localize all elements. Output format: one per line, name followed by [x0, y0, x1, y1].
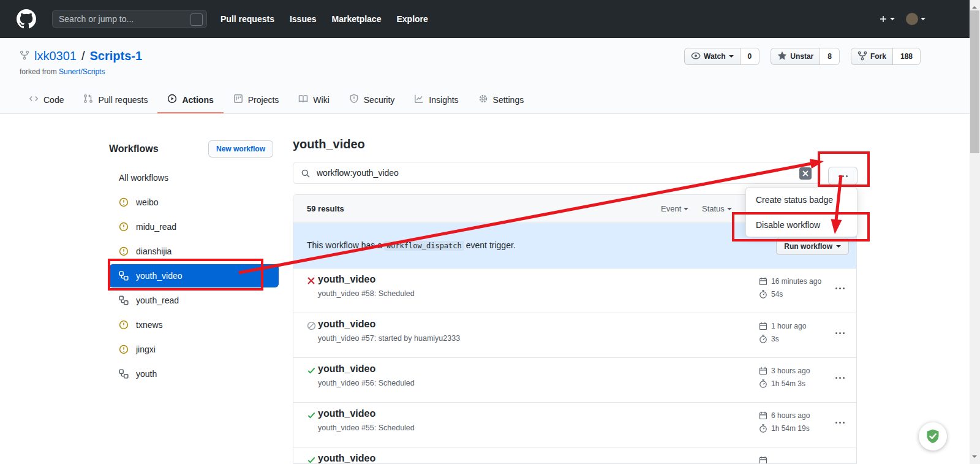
run-options-button[interactable] — [834, 330, 846, 337]
caret-down-icon — [890, 18, 895, 23]
status-filter-label: Status — [702, 204, 725, 213]
warning-icon — [119, 197, 129, 207]
workflow-options-button[interactable] — [828, 167, 858, 185]
kebab-icon — [843, 422, 845, 424]
workflow-icon — [119, 271, 129, 281]
results-count: 59 results — [307, 204, 344, 213]
tab-label: Code — [43, 95, 64, 105]
run-workflow-button[interactable]: Run workflow — [776, 238, 849, 255]
banner-text-before: This workflow has a — [307, 240, 382, 250]
tab-code[interactable]: Code — [19, 86, 74, 113]
kebab-icon — [839, 287, 841, 289]
star-count[interactable]: 8 — [820, 48, 840, 65]
unstar-button[interactable]: Unstar — [771, 48, 820, 65]
run-workflow-label: Run workflow — [784, 242, 832, 251]
run-title-link[interactable]: youth_video — [318, 408, 375, 419]
workflow-label: midu_read — [136, 222, 176, 232]
workflow-search-input[interactable] — [293, 162, 820, 183]
calendar-icon — [759, 411, 767, 420]
warning-icon — [119, 246, 129, 256]
failed-icon — [307, 276, 315, 287]
status-filter-dropdown[interactable]: Status — [702, 204, 732, 213]
watch-count[interactable]: 0 — [741, 48, 760, 65]
workflow-label: weibo — [136, 197, 159, 207]
scroll-up-icon[interactable] — [972, 4, 977, 9]
tab-label: Actions — [182, 95, 213, 105]
code-icon — [29, 94, 39, 105]
sidebar-item-youth[interactable]: youth — [109, 362, 273, 386]
gear-icon — [478, 94, 488, 105]
repo-name-link[interactable]: Scripts-1 — [90, 49, 143, 63]
sidebar-item-midu-read[interactable]: midu_read — [109, 215, 273, 238]
sidebar-item-txnews[interactable]: txnews — [109, 313, 273, 337]
run-title-link[interactable]: youth_video — [318, 319, 375, 330]
clear-search-button[interactable] — [799, 167, 812, 180]
header-search-input[interactable] — [53, 10, 206, 28]
run-options-button[interactable] — [834, 285, 846, 292]
run-title-link[interactable]: youth_video — [318, 453, 375, 464]
sidebar-item-dianshijia[interactable]: dianshijia — [109, 240, 273, 263]
avatar — [906, 13, 918, 25]
repo-action-buttons: Watch 0 Unstar 8 Fork 188 — [684, 48, 921, 65]
fork-count[interactable]: 188 — [893, 48, 921, 65]
tab-label: Security — [364, 95, 395, 105]
tab-security[interactable]: Security — [339, 86, 405, 113]
run-meta: 6 hours ago 1h 54m 19s — [759, 409, 810, 435]
sidebar-item-youth-video[interactable]: youth_video — [109, 264, 279, 287]
header-search — [52, 10, 207, 28]
workflow-options-menu: Create status badge Disable workflow — [745, 187, 858, 237]
workflow-label: jingxi — [136, 344, 156, 354]
close-icon — [802, 170, 809, 177]
shield-check-icon — [924, 428, 941, 445]
sidebar-item-weibo[interactable]: weibo — [109, 191, 273, 214]
sidebar-item-youth-read[interactable]: youth_read — [109, 289, 273, 312]
nav-issues[interactable]: Issues — [290, 14, 317, 24]
run-time: 16 minutes ago — [771, 277, 821, 286]
calendar-icon — [759, 277, 767, 286]
scrollbar-thumb[interactable] — [970, 10, 979, 153]
event-filter-label: Event — [661, 204, 681, 213]
adguard-shield-button[interactable] — [919, 422, 947, 451]
watch-button[interactable]: Watch — [684, 48, 741, 65]
kebab-icon — [843, 332, 845, 334]
tab-actions[interactable]: Actions — [157, 86, 223, 113]
run-options-button[interactable] — [834, 375, 846, 381]
tab-settings[interactable]: Settings — [469, 86, 534, 113]
menu-item-disable-workflow[interactable]: Disable workflow — [746, 212, 857, 237]
tab-pull-requests[interactable]: Pull requests — [74, 86, 157, 113]
user-menu-button[interactable] — [906, 13, 925, 25]
warning-icon — [119, 344, 129, 354]
forked-prefix: forked from — [20, 67, 57, 76]
calendar-icon — [759, 322, 767, 330]
workflow-search — [293, 162, 821, 184]
kebab-icon — [846, 175, 848, 177]
tab-label: Settings — [493, 95, 524, 105]
run-title-link[interactable]: youth_video — [318, 274, 375, 285]
repo-owner-link[interactable]: lxk0301 — [34, 49, 77, 63]
sidebar-item-jingxi[interactable]: jingxi — [109, 338, 273, 361]
kebab-icon — [839, 175, 840, 177]
run-options-button[interactable] — [834, 419, 846, 426]
fork-source-link[interactable]: Sunert/Scripts — [59, 67, 105, 76]
kebab-icon — [835, 422, 837, 424]
scroll-down-icon[interactable] — [972, 455, 977, 460]
create-new-button[interactable] — [878, 14, 895, 24]
nav-pull-requests[interactable]: Pull requests — [221, 14, 274, 24]
sidebar-item-all-workflows[interactable]: All workflows — [109, 166, 273, 189]
tab-wiki[interactable]: Wiki — [288, 86, 339, 113]
tab-insights[interactable]: Insights — [404, 86, 468, 113]
github-logo-icon[interactable] — [17, 9, 36, 29]
menu-item-create-status-badge[interactable]: Create status badge — [746, 188, 857, 212]
tab-projects[interactable]: Projects — [224, 86, 289, 113]
fork-button[interactable]: Fork — [851, 48, 893, 65]
event-filter-dropdown[interactable]: Event — [661, 204, 688, 213]
kebab-icon — [839, 422, 841, 424]
nav-marketplace[interactable]: Marketplace — [332, 14, 382, 24]
unstar-label: Unstar — [790, 52, 813, 61]
forked-note: forked from Sunert/Scripts — [20, 67, 105, 76]
workflow-icon — [119, 369, 129, 379]
new-workflow-button[interactable]: New workflow — [208, 140, 273, 158]
workflow-main: youth_video 59 results Event Status — [293, 132, 857, 464]
nav-explore[interactable]: Explore — [396, 14, 428, 24]
run-title-link[interactable]: youth_video — [318, 363, 375, 375]
